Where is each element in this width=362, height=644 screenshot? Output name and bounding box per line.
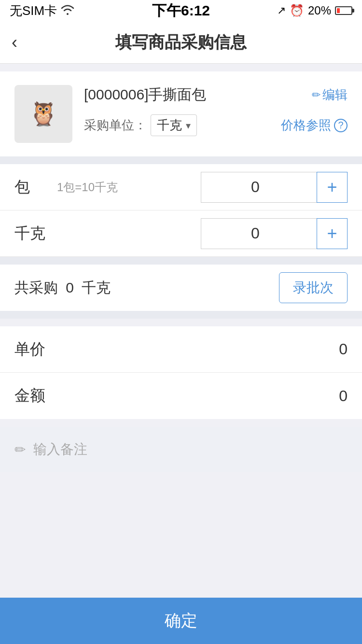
confirm-button[interactable]: 确定 xyxy=(0,598,362,644)
summary-prefix: 共采购 xyxy=(14,280,58,295)
dropdown-arrow-icon: ▾ xyxy=(186,120,191,131)
bottom-padding xyxy=(0,472,362,518)
kg-quantity-input[interactable] xyxy=(201,218,317,249)
product-name: [0000006]手撕面包 xyxy=(84,85,206,105)
battery-icon xyxy=(335,6,352,15)
unit-label: 采购单位： xyxy=(84,117,147,134)
summary-row: 共采购 0 千克 录批次 xyxy=(0,265,362,311)
price-reference-button[interactable]: 价格参照 ? xyxy=(281,117,348,134)
unit-value: 千克 xyxy=(157,117,182,134)
edit-label: 编辑 xyxy=(322,86,348,103)
product-name-row: [0000006]手撕面包 ✏ 编辑 xyxy=(84,85,348,105)
back-button[interactable]: ‹ xyxy=(12,32,17,53)
unit-select[interactable]: 千克 ▾ xyxy=(151,114,197,136)
page-title: 填写商品采购信息 xyxy=(115,31,247,54)
status-bar: 无SIM卡 下午6:12 ↗ ⏰ 20% xyxy=(0,0,362,21)
battery-percent: 20% xyxy=(308,4,331,17)
plus-icon-kg: + xyxy=(327,224,337,244)
bag-quantity-input[interactable] xyxy=(201,172,317,203)
kg-label: 千克 xyxy=(14,223,53,244)
amount-label: 金额 xyxy=(14,385,45,406)
edit-icon: ✏ xyxy=(312,89,320,101)
kg-input-row: 千克 + xyxy=(0,210,362,257)
amount-value: 0 xyxy=(339,387,348,405)
status-right: ↗ ⏰ 20% xyxy=(277,4,352,17)
bag-input-row: 包 1包=10千克 + xyxy=(0,164,362,210)
summary-text: 共采购 0 千克 xyxy=(14,278,111,298)
section-divider-1 xyxy=(0,156,362,164)
status-left: 无SIM卡 xyxy=(10,2,74,19)
section-divider-2 xyxy=(0,257,362,265)
bag-sublabel: 1包=10千克 xyxy=(57,180,118,195)
plus-icon: + xyxy=(327,177,337,197)
kg-plus-button[interactable]: + xyxy=(317,218,348,249)
edit-button[interactable]: ✏ 编辑 xyxy=(312,86,348,103)
product-logo: 🦉 xyxy=(29,100,58,127)
unit-price-row: 单价 0 xyxy=(0,326,362,373)
input-section: 包 1包=10千克 + 千克 + xyxy=(0,164,362,257)
bag-plus-button[interactable]: + xyxy=(317,172,348,203)
summary-unit: 千克 xyxy=(82,280,111,295)
status-time: 下午6:12 xyxy=(152,1,210,21)
wifi-icon xyxy=(61,3,74,18)
location-icon: ↗ xyxy=(277,4,286,17)
unit-price-value: 0 xyxy=(339,340,348,358)
nav-bar: ‹ 填写商品采购信息 xyxy=(0,21,362,64)
carrier-label: 无SIM卡 xyxy=(10,2,57,19)
price-ref-label: 价格参照 xyxy=(281,117,331,134)
product-info: [0000006]手撕面包 ✏ 编辑 采购单位： 千克 ▾ 价格参照 ? xyxy=(84,85,348,136)
note-placeholder: 输入备注 xyxy=(33,440,87,459)
product-image: 🦉 xyxy=(14,85,72,143)
amount-row: 金额 0 xyxy=(0,373,362,419)
help-icon: ? xyxy=(334,119,348,132)
record-batch-button[interactable]: 录批次 xyxy=(279,272,348,303)
summary-value: 0 xyxy=(66,280,74,295)
bag-label: 包 xyxy=(14,177,53,198)
alarm-icon: ⏰ xyxy=(290,4,304,17)
unit-row: 采购单位： 千克 ▾ 价格参照 ? xyxy=(84,114,348,136)
bag-input-control: + xyxy=(118,172,348,203)
price-info-section: 单价 0 金额 0 xyxy=(0,326,362,419)
note-section[interactable]: ✏ 输入备注 xyxy=(0,427,362,472)
kg-input-control: + xyxy=(53,218,348,249)
section-divider-3 xyxy=(0,311,362,319)
unit-price-label: 单价 xyxy=(14,339,45,360)
product-card: 🦉 [0000006]手撕面包 ✏ 编辑 采购单位： 千克 ▾ 价格参照 ? xyxy=(0,71,362,156)
pencil-icon: ✏ xyxy=(14,442,26,458)
